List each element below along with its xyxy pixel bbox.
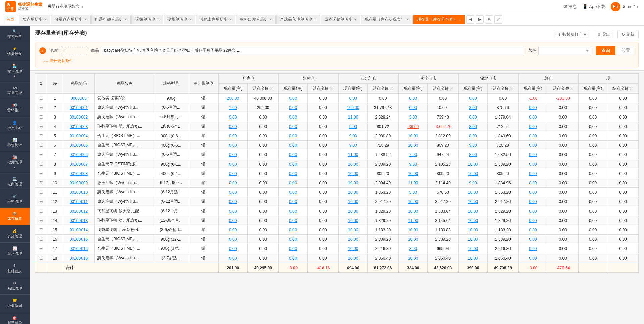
industry-selector[interactable]: 母婴行业演示陈套 ▾ xyxy=(48,4,83,9)
row-fj-qty[interactable]: 0.00 xyxy=(219,112,248,122)
tab-cost-adj-close[interactable]: ✕ xyxy=(354,18,357,21)
warehouse-input[interactable]: ··· xyxy=(60,46,87,55)
row-jb-qty[interactable]: 10.00 xyxy=(338,206,367,216)
row-code[interactable]: 00100014 xyxy=(63,225,95,235)
row-yb-qty[interactable]: 8.00 xyxy=(459,131,487,141)
settings-btn[interactable]: 设置 xyxy=(618,46,634,55)
tab-stock-status-close[interactable]: ✕ xyxy=(406,18,409,21)
row-code[interactable]: 00100012 xyxy=(63,206,95,216)
color-select[interactable] xyxy=(538,46,592,55)
row-gear[interactable]: ☰ xyxy=(35,150,47,159)
row-yb-qty[interactable]: 3.00 xyxy=(459,103,487,112)
row-cm-qty[interactable]: 0.00 xyxy=(278,253,307,263)
row-fj-qty[interactable]: 1.00 xyxy=(219,103,248,112)
row-cm-qty[interactable]: 0.00 xyxy=(278,131,307,141)
row-fj-qty[interactable]: 0.00 xyxy=(219,197,248,206)
row-code[interactable]: 00100008 xyxy=(63,169,95,178)
tab-inventory-close[interactable]: ✕ xyxy=(44,18,47,21)
row-yb-qty[interactable]: 8.00 xyxy=(459,150,487,159)
row-yb-qty[interactable]: 10.00 xyxy=(459,244,487,253)
row-code[interactable]: 00100001 xyxy=(63,103,95,112)
row-na-qty[interactable]: 3.00 xyxy=(398,244,427,253)
row-yb-qty[interactable]: 10.00 xyxy=(459,197,487,206)
row-jb-qty[interactable]: 109.00 xyxy=(338,103,367,112)
sidebar-item-member[interactable]: 👤 会员中心 xyxy=(0,117,30,134)
row-yb-qty[interactable]: 0.00 xyxy=(459,94,487,103)
row-na-qty[interactable]: 5.00 xyxy=(398,188,427,197)
message-btn[interactable]: ✉ 消息 xyxy=(563,4,577,10)
row-cm-qty[interactable]: 0.00 xyxy=(278,206,307,216)
row-cm-qty[interactable]: 0.00 xyxy=(278,94,307,103)
row-code[interactable]: 00100010 xyxy=(63,188,95,197)
sidebar-item-quicknav[interactable]: ⚡ 快捷导航 xyxy=(0,43,30,60)
row-cm-qty[interactable]: 0.00 xyxy=(278,141,307,150)
row-yb-qty[interactable]: 9.00 xyxy=(459,178,487,188)
row-gear[interactable]: ☰ xyxy=(35,122,47,131)
row-code[interactable]: 00100007 xyxy=(63,159,95,169)
row-zc-qty[interactable]: 0.00 xyxy=(519,103,547,112)
row-jb-qty[interactable]: 10.00 xyxy=(338,216,367,225)
tab-close-all-btn[interactable]: ✕ xyxy=(485,15,493,24)
sidebar-item-operation[interactable]: 📈 经营管理 xyxy=(0,243,30,260)
row-cm-qty[interactable]: 0.00 xyxy=(278,103,307,112)
row-jb-qty[interactable]: 0.00 xyxy=(338,94,367,103)
row-na-qty[interactable]: 10.00 xyxy=(398,206,427,216)
row-fj-qty[interactable]: 0.00 xyxy=(219,253,248,263)
tab-material-out-close[interactable]: ✕ xyxy=(269,18,272,21)
row-na-qty[interactable]: 10.00 xyxy=(398,131,427,141)
row-yb-qty[interactable]: 10.00 xyxy=(459,188,487,197)
row-na-qty[interactable]: 10.00 xyxy=(398,225,427,235)
expand-more-btn[interactable]: ⌄⌄ 展开更多条件 xyxy=(42,58,73,64)
tab-other-out-close[interactable]: ✕ xyxy=(229,18,232,21)
tab-distribution-close[interactable]: ✕ xyxy=(84,18,87,21)
print-btn[interactable]: 🖨 按模版打印 ▾ xyxy=(553,30,590,39)
sidebar-item-wholesale[interactable]: 🏭 批发管理 ▾ xyxy=(0,151,30,173)
tab-distribution[interactable]: 分量盘点单历史 ✕ xyxy=(51,15,91,24)
tab-stock-status[interactable]: 现存量（库存状况表） ✕ xyxy=(361,15,413,24)
row-jb-qty[interactable]: 10.00 xyxy=(338,169,367,178)
row-zc-qty[interactable]: 0.00 xyxy=(519,244,547,253)
row-jb-qty[interactable]: 10.00 xyxy=(338,178,367,188)
tab-inventory[interactable]: 盘点单历史 ✕ xyxy=(19,15,50,24)
row-gear[interactable]: ☰ xyxy=(35,244,47,253)
row-fj-qty[interactable]: 0.00 xyxy=(219,141,248,150)
row-zc-qty[interactable]: 0.00 xyxy=(519,141,547,150)
row-jb-qty[interactable]: 10.00 xyxy=(338,244,367,253)
row-fj-qty[interactable]: 0.00 xyxy=(219,150,248,159)
row-yb-qty[interactable]: 9.00 xyxy=(459,141,487,150)
row-gear[interactable]: ☰ xyxy=(35,197,47,206)
row-na-qty[interactable]: 10.00 xyxy=(398,169,427,178)
tab-transfer[interactable]: 调拨单历史 ✕ xyxy=(131,15,163,24)
row-na-qty[interactable]: -39.00 xyxy=(398,122,427,131)
tab-stock-dist-close[interactable]: ✕ xyxy=(459,18,461,21)
row-gear[interactable]: ☰ xyxy=(35,112,47,122)
sidebar-item-basic[interactable]: ℹ 基础信息 xyxy=(0,260,30,277)
row-yb-qty[interactable]: 8.00 xyxy=(459,122,487,131)
sidebar-item-finance[interactable]: 💰 资金管理 xyxy=(0,225,30,243)
row-zc-qty[interactable]: 0.00 xyxy=(519,150,547,159)
tab-stock-dist[interactable]: 现存量（库存分布表） ✕ xyxy=(413,15,465,24)
row-gear[interactable]: ☰ xyxy=(35,206,47,216)
row-cm-qty[interactable]: 0.00 xyxy=(278,188,307,197)
user-menu[interactable]: Ea demo2 ▾ xyxy=(611,2,639,11)
row-cm-qty[interactable]: 0.00 xyxy=(278,169,307,178)
row-zc-qty[interactable]: 0.00 xyxy=(519,188,547,197)
row-na-qty[interactable]: 10.00 xyxy=(398,197,427,206)
refresh-btn[interactable]: ↻ 刷新 xyxy=(617,30,639,39)
row-fj-qty[interactable]: 0.00 xyxy=(219,122,248,131)
row-fj-qty[interactable]: 0.00 xyxy=(219,235,248,244)
row-cm-qty[interactable]: 0.00 xyxy=(278,122,307,131)
row-fj-qty[interactable]: 0.00 xyxy=(219,131,248,141)
row-zc-qty[interactable]: 0.00 xyxy=(519,122,547,131)
row-yb-qty[interactable]: 10.00 xyxy=(459,253,487,263)
row-na-qty[interactable]: 11.00 xyxy=(398,178,427,188)
tab-transfer-close[interactable]: ✕ xyxy=(157,18,159,21)
row-na-qty[interactable]: 10.00 xyxy=(398,253,427,263)
tab-assembly[interactable]: 组装折卸单历史 ✕ xyxy=(91,15,131,24)
row-jb-qty[interactable]: 11.00 xyxy=(338,112,367,122)
row-fj-qty[interactable]: 0.00 xyxy=(219,206,248,216)
row-na-qty[interactable]: 10.00 xyxy=(398,235,427,244)
row-gear[interactable]: ☰ xyxy=(35,159,47,169)
row-gear[interactable]: ☰ xyxy=(35,235,47,244)
row-cm-qty[interactable]: 0.00 xyxy=(278,178,307,188)
